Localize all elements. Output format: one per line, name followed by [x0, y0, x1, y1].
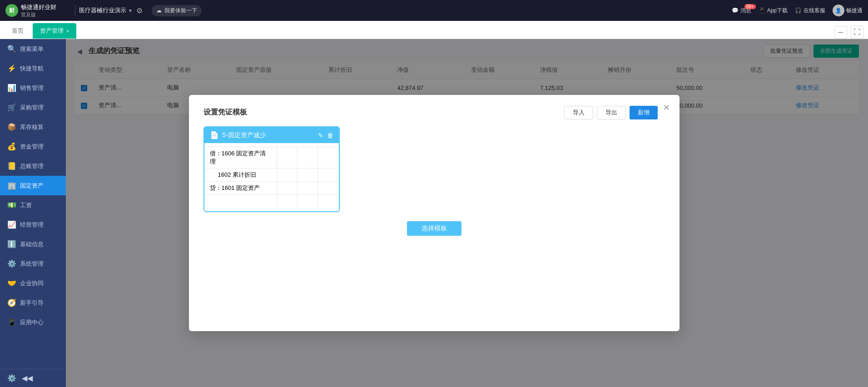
sidebar-scroll: 🔍 搜索菜单 ⚡ 快捷导航 📊 销售管理 🛒 采购管理 📦 库存核算 💰	[0, 39, 66, 369]
row-debit-1602-label: 1602 累计折旧	[204, 169, 277, 182]
sidebar-item-system-label: 系统管理	[20, 260, 44, 268]
sidebar-item-purchase[interactable]: 🛒 采购管理	[0, 98, 66, 117]
app-center-icon: 📱	[7, 318, 16, 327]
sidebar-item-operations[interactable]: 📈 经营管理	[0, 215, 66, 234]
sidebar-item-app-center[interactable]: 📱 应用中心	[0, 313, 66, 332]
service-label: 在线客服	[804, 7, 825, 15]
sidebar-item-fixed-assets[interactable]: 🏢 固定资产	[0, 176, 66, 195]
trial-text: 我要体验一下	[164, 7, 197, 15]
sidebar-item-basic-label: 基础信息	[20, 240, 44, 248]
modal-overlay: ✕ 设置凭证模板 导入 导出 新增 📄 5-固定资产减少 ✎ 🗑	[66, 39, 868, 387]
tabbar-maximize-btn[interactable]: ⛶	[851, 26, 863, 39]
logo-icon: 财	[5, 4, 18, 17]
collapse-icon[interactable]: ◀◀	[22, 374, 33, 382]
template-card-body: 借：1606 固定资产清理 1602 累计折旧 贷：1601 固定资产	[204, 143, 339, 211]
sidebar-item-search[interactable]: 🔍 搜索菜单	[0, 39, 66, 59]
modal-close-button[interactable]: ✕	[661, 102, 672, 113]
sidebar-item-inventory[interactable]: 📦 库存核算	[0, 117, 66, 137]
main-layout: 🔍 搜索菜单 ⚡ 快捷导航 📊 销售管理 🛒 采购管理 📦 库存核算 💰	[0, 39, 868, 387]
settings-bottom-icon[interactable]: ⚙️	[7, 374, 16, 382]
messages-btn[interactable]: 💬 消息 99+	[732, 7, 751, 15]
row-empty-col3	[298, 195, 318, 208]
sidebar-item-basic[interactable]: ℹ️ 基础信息	[0, 234, 66, 254]
company-collab-icon: 🤝	[7, 279, 16, 288]
cloud-icon: ☁	[156, 7, 162, 14]
tab-assets-label: 资产管理	[40, 27, 64, 35]
row-credit-1601-col4	[318, 182, 338, 195]
row-empty-col2	[277, 195, 298, 208]
operations-icon: 📈	[7, 220, 16, 229]
sidebar-item-fixed-assets-label: 固定资产	[20, 182, 44, 190]
app-logo: 财 畅捷通好业财 普及版	[5, 3, 71, 18]
modal-toolbar: 导入 导出 新增	[564, 106, 658, 119]
sidebar-item-guide[interactable]: 🧭 新手引导	[0, 293, 66, 313]
sidebar-item-finance[interactable]: 💰 资金管理	[0, 137, 66, 156]
tabbar: 首页 资产管理 × ─ ⛶	[0, 21, 868, 39]
app-download-label: App下载	[767, 7, 788, 15]
row-empty-label	[204, 195, 277, 208]
row-debit-1606-col4	[318, 147, 338, 169]
tabbar-actions: ─ ⛶	[834, 26, 863, 39]
tab-assets[interactable]: 资产管理 ×	[33, 23, 76, 39]
user-btn[interactable]: 👤 畅捷通	[833, 5, 863, 16]
select-template-button[interactable]: 选择模板	[407, 221, 461, 236]
app-download-btn[interactable]: 📱 App下载	[759, 7, 788, 15]
template-edit-icon[interactable]: ✎	[318, 132, 323, 139]
service-icon: 🎧	[795, 7, 802, 14]
sidebar-item-company-collab-label: 企业协同	[20, 279, 44, 288]
row-empty-col4	[318, 195, 338, 208]
company-name: 医疗器械行业演示	[79, 6, 126, 15]
sidebar-item-salary[interactable]: 💵 工资	[0, 195, 66, 215]
sidebar-item-operations-label: 经营管理	[20, 221, 44, 229]
sidebar-item-guide-label: 新手引导	[20, 299, 44, 307]
app-version: 普及版	[21, 11, 56, 18]
row-debit-1602-col2	[277, 169, 298, 182]
topbar: 财 畅捷通好业财 普及版 医疗器械行业演示 ▼ ⚙ ☁ 我要体验一下 💬 消息 …	[0, 0, 868, 21]
search-icon: 🔍	[7, 45, 16, 53]
template-card-doc-icon: 📄	[210, 131, 219, 139]
modal-set-template: ✕ 设置凭证模板 导入 导出 新增 📄 5-固定资产减少 ✎ 🗑	[189, 95, 680, 331]
row-debit-1606-col2	[277, 147, 298, 169]
user-avatar: 👤	[833, 5, 844, 16]
sidebar-item-quicknav[interactable]: ⚡ 快捷导航	[0, 59, 66, 78]
tab-home-label: 首页	[12, 27, 24, 35]
sidebar-item-ledger[interactable]: 📒 总账管理	[0, 156, 66, 176]
import-button[interactable]: 导入	[564, 106, 593, 119]
guide-icon: 🧭	[7, 298, 16, 307]
template-card-actions: ✎ 🗑	[318, 132, 333, 139]
app-download-icon: 📱	[759, 7, 765, 14]
new-button[interactable]: 新增	[630, 106, 658, 119]
tab-home[interactable]: 首页	[5, 23, 31, 39]
username-label: 畅捷通	[846, 7, 863, 15]
sidebar-item-inventory-label: 库存核算	[20, 123, 44, 131]
sidebar-item-sales[interactable]: 📊 销售管理	[0, 78, 66, 98]
sidebar-item-finance-label: 资金管理	[20, 143, 44, 151]
ledger-icon: 📒	[7, 162, 16, 170]
topbar-divider	[75, 5, 75, 16]
online-service-btn[interactable]: 🎧 在线客服	[795, 7, 825, 15]
company-settings-icon[interactable]: ⚙	[136, 6, 143, 15]
message-icon: 💬	[732, 7, 739, 14]
sidebar-item-system[interactable]: ⚙️ 系统管理	[0, 254, 66, 273]
company-selector[interactable]: 医疗器械行业演示 ▼	[79, 6, 133, 15]
inventory-icon: 📦	[7, 123, 16, 131]
sidebar-item-company-collab[interactable]: 🤝 企业协同	[0, 273, 66, 293]
salary-icon: 💵	[7, 201, 16, 209]
trial-button[interactable]: ☁ 我要体验一下	[152, 5, 202, 16]
template-delete-icon[interactable]: 🗑	[327, 132, 333, 139]
row-credit-1601-label: 贷：1601 固定资产	[204, 182, 277, 195]
row-debit-1602-col3	[298, 169, 318, 182]
sidebar: 🔍 搜索菜单 ⚡ 快捷导航 📊 销售管理 🛒 采购管理 📦 库存核算 💰	[0, 39, 66, 387]
tabbar-minimize-btn[interactable]: ─	[834, 26, 847, 39]
tab-close-icon[interactable]: ×	[66, 28, 69, 34]
company-dropdown-icon: ▼	[128, 8, 133, 13]
basic-icon: ℹ️	[7, 240, 16, 248]
messages-badge: 99+	[744, 4, 756, 9]
sidebar-item-quicknav-label: 快捷导航	[20, 64, 44, 73]
row-debit-1602-col4	[318, 169, 338, 182]
finance-icon: 💰	[7, 142, 16, 151]
row-credit-1601-col2	[277, 182, 298, 195]
row-credit-1601-col3	[298, 182, 318, 195]
export-button[interactable]: 导出	[597, 106, 626, 119]
template-card-title: 5-固定资产减少	[223, 131, 314, 139]
